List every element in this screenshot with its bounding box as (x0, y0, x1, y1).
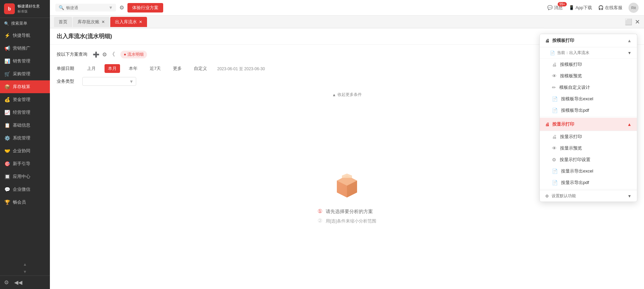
dp-divider (540, 117, 637, 117)
finance-label: 资金管理 (13, 97, 46, 103)
sidebar-item-purchase[interactable]: 🛒 采购管理 (0, 68, 50, 80)
online-service-button[interactable]: 🎧 在线客服 (598, 5, 622, 11)
dp-default-func-icon: ⚙ (545, 194, 549, 199)
dp-display-print-icon: 🖨 (545, 122, 550, 127)
date-btn-7days[interactable]: 近7天 (146, 64, 164, 73)
tab-inventory-batch-label: 库存批次账 (78, 19, 99, 25)
date-btn-last-month[interactable]: 上月 (84, 64, 99, 73)
filter-collapse-icon[interactable]: 《 (110, 51, 115, 58)
quick-nav-label: 快捷导航 (13, 32, 46, 38)
topbar-search-input[interactable] (66, 5, 107, 10)
sidebar-logo: b 畅捷通好生意 标准版 (0, 0, 50, 18)
newbie-icon: 🎯 (4, 161, 10, 166)
marketing-label: 营销推广 (13, 45, 46, 51)
industry-solution-button[interactable]: 体验行业方案 (127, 3, 163, 12)
dp-current-template[interactable]: 📄 当前：出入库流水 ▼ (540, 47, 637, 59)
sidebar-item-system[interactable]: ⚙️ 系统管理 (0, 132, 50, 144)
search-menu-item[interactable]: 🔍 搜索菜单 (0, 18, 50, 29)
tab-inventory-flow[interactable]: 出入库流水 ✕ (110, 17, 147, 27)
dp-display-print-item[interactable]: 🖨 按显示打印 (540, 131, 637, 142)
date-btn-custom[interactable]: 自定义 (191, 64, 210, 73)
collapse-chevron-icon: ▲ (332, 93, 336, 97)
message-button[interactable]: 💬 消息 99+ (547, 5, 563, 11)
page-title: 出入库流水(流水明细) (57, 32, 112, 44)
expand-bottom-icon[interactable]: ◀◀ (14, 279, 22, 286)
sidebar-item-marketing[interactable]: 📢 营销推广 (0, 42, 50, 55)
dp-display-export-excel-item[interactable]: 📄 按显示导出excel (540, 165, 637, 177)
tab-home-label: 首页 (59, 19, 67, 25)
tab-maximize-icon[interactable]: ⬜ (625, 18, 632, 26)
tab-home[interactable]: 首页 (54, 17, 72, 27)
sidebar-item-inventory[interactable]: 📦 库存核算 (0, 80, 50, 93)
dp-display-preview-item[interactable]: 👁 按显示预览 (540, 142, 637, 154)
sidebar-item-basic-info[interactable]: 📋 基础信息 (0, 119, 50, 132)
sidebar-item-newbie[interactable]: 🎯 新手引导 (0, 157, 50, 170)
dp-template-design-item[interactable]: ✏ 模板自定义设计 (540, 82, 637, 93)
empty-hint-1: ① 请先选择要分析的方案 (318, 208, 373, 215)
tab-inventory-batch-close[interactable]: ✕ (101, 20, 105, 24)
dp-current-chevron: ▼ (627, 51, 632, 55)
dp-display-pdf-icon: 📄 (552, 180, 558, 185)
basic-info-icon: 📋 (4, 123, 10, 128)
dp-display-export-pdf-item[interactable]: 📄 按显示导出pdf (540, 177, 637, 188)
sidebar-item-app-center[interactable]: 🔲 应用中心 (0, 170, 50, 183)
purchase-icon: 🛒 (4, 71, 10, 77)
sidebar-item-operations[interactable]: 📈 经营管理 (0, 106, 50, 119)
sales-icon: 📊 (4, 58, 10, 64)
headset-icon: 🎧 (598, 5, 604, 10)
tab-close-all-icon[interactable]: ✕ (635, 18, 640, 26)
dp-template-export-excel-item[interactable]: 📄 按模板导出excel (540, 93, 637, 105)
operations-icon: 📈 (4, 110, 10, 115)
date-btn-this-year[interactable]: 本年 (125, 64, 141, 73)
dp-default-func-button[interactable]: ⚙ 设置默认功能 ▼ (540, 190, 637, 202)
search-icon: 🔍 (4, 21, 9, 26)
dp-display-preview-label: 按显示预览 (560, 145, 582, 151)
dp-template-export-pdf-item[interactable]: 📄 按模板导出pdf (540, 105, 637, 116)
date-btn-this-month[interactable]: 本月 (105, 64, 120, 73)
dp-display-excel-label: 按显示导出excel (561, 168, 593, 174)
message-badge: 99+ (558, 2, 567, 6)
marketing-icon: 📢 (4, 46, 10, 51)
sidebar-item-membership[interactable]: 🏆 畅会员 (0, 196, 50, 209)
filter-settings-icon[interactable]: ⚙ (102, 51, 107, 58)
topbar: 🔍 ▼ ⚙ 体验行业方案 💬 消息 99+ 📱 App下载 🎧 在线客服 (50, 0, 644, 16)
dp-default-func-label: 设置默认功能 (552, 193, 576, 199)
collapse-label: 收起更多条件 (338, 92, 362, 98)
biz-type-select[interactable] (82, 77, 136, 86)
sidebar-item-enterprise-wechat[interactable]: 💬 企业微信 (0, 183, 50, 196)
filter-chip-active[interactable]: ● 流水明细 (120, 51, 147, 58)
settings-bottom-icon[interactable]: ⚙ (4, 279, 9, 286)
dp-template-preview-label: 按模板预览 (560, 73, 582, 79)
filter-chip-label: 流水明细 (127, 52, 144, 57)
collab-label: 企业协同 (13, 148, 46, 154)
app-download-button[interactable]: 📱 App下载 (569, 5, 592, 11)
filter-actions-left: ➕ ⚙ 《 (93, 51, 115, 58)
dp-display-chevron-up[interactable]: ▲ (627, 122, 632, 127)
date-range: 2023-06-01 至 2023-06-30 (217, 66, 265, 72)
filter-add-button[interactable]: ➕ (93, 51, 99, 58)
dp-bottom-divider (540, 189, 637, 189)
dp-template-print-item[interactable]: 🖨 按模板打印 (540, 59, 637, 70)
topbar-search-box[interactable]: 🔍 ▼ (55, 4, 116, 11)
dp-template-design-label: 模板自定义设计 (559, 84, 590, 90)
dp-display-pdf-label: 按显示导出pdf (561, 180, 589, 186)
tab-inventory-flow-close[interactable]: ✕ (139, 20, 142, 24)
topbar-settings-icon[interactable]: ⚙ (119, 4, 124, 11)
dp-template-preview-item[interactable]: 👁 按模板预览 (540, 70, 637, 82)
date-btn-more[interactable]: 更多 (170, 64, 185, 73)
user-avatar[interactable]: Rit (628, 3, 639, 13)
sidebar-item-finance[interactable]: 💰 资金管理 (0, 93, 50, 106)
tab-inventory-batch[interactable]: 库存批次账 ✕ (73, 17, 110, 27)
dp-display-print-settings-item[interactable]: ⚙ 按显示打印设置 (540, 154, 637, 165)
dp-display-print-item-icon: 🖨 (552, 134, 557, 139)
avatar-box: Rit (628, 3, 639, 13)
collab-icon: 🤝 (4, 148, 10, 154)
inventory-label: 库存核算 (13, 84, 46, 90)
sidebar-item-quick-nav[interactable]: ⚡ 快捷导航 (0, 29, 50, 42)
sidebar-item-collab[interactable]: 🤝 企业协同 (0, 144, 50, 157)
dp-template-excel-icon: 📄 (552, 96, 558, 102)
dp-template-pdf-icon: 📄 (552, 108, 558, 113)
dp-template-chevron-up[interactable]: ▲ (627, 38, 632, 43)
dp-template-print-icon: 🖨 (552, 62, 557, 67)
sidebar-item-sales[interactable]: 📊 销售管理 (0, 55, 50, 68)
